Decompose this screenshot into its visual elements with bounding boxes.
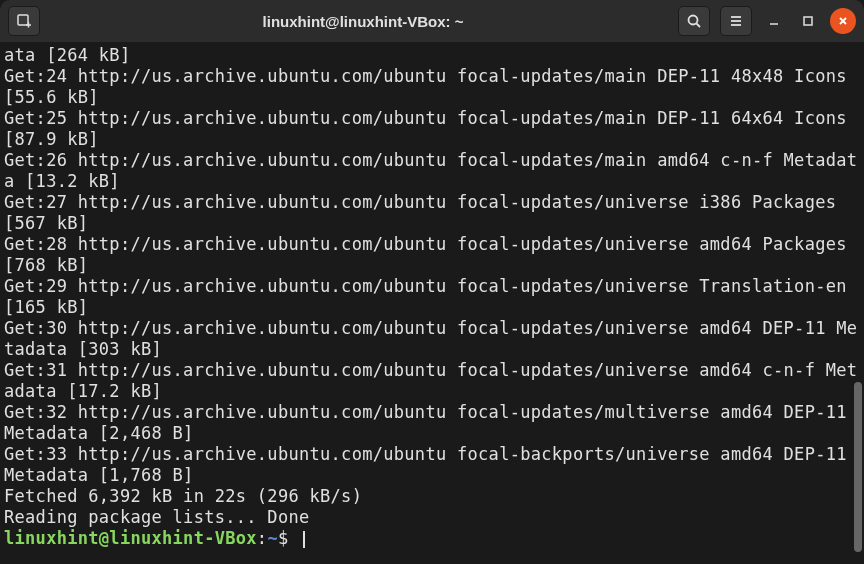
prompt-line: linuxhint@linuxhint-VBox:~$ xyxy=(4,528,860,549)
svg-rect-0 xyxy=(18,15,28,25)
terminal-line: Get:25 http://us.archive.ubuntu.com/ubun… xyxy=(4,108,860,150)
scrollbar-thumb[interactable] xyxy=(854,382,862,552)
svg-point-3 xyxy=(689,16,698,25)
minimize-icon xyxy=(768,15,780,27)
close-button[interactable] xyxy=(830,8,856,34)
maximize-button[interactable] xyxy=(796,9,820,33)
search-icon xyxy=(686,13,702,29)
terminal-line: Get:28 http://us.archive.ubuntu.com/ubun… xyxy=(4,234,860,276)
new-tab-icon xyxy=(16,13,32,29)
new-tab-button[interactable] xyxy=(8,6,40,36)
cursor xyxy=(303,531,305,548)
terminal-line: Get:33 http://us.archive.ubuntu.com/ubun… xyxy=(4,444,860,486)
titlebar: linuxhint@linuxhint-VBox: ~ xyxy=(0,0,864,42)
terminal-line: Get:26 http://us.archive.ubuntu.com/ubun… xyxy=(4,150,860,192)
menu-button[interactable] xyxy=(720,6,752,36)
hamburger-icon xyxy=(728,13,744,29)
prompt-symbol: $ xyxy=(278,528,299,548)
terminal-line: Reading package lists... Done xyxy=(4,507,860,528)
terminal-line: Get:32 http://us.archive.ubuntu.com/ubun… xyxy=(4,402,860,444)
search-button[interactable] xyxy=(678,6,710,36)
terminal-line: ata [264 kB] xyxy=(4,45,860,66)
terminal-output[interactable]: ata [264 kB]Get:24 http://us.archive.ubu… xyxy=(0,42,864,564)
prompt-user-host: linuxhint@linuxhint-VBox xyxy=(4,528,257,548)
window-title: linuxhint@linuxhint-VBox: ~ xyxy=(48,13,678,30)
terminal-line: Get:24 http://us.archive.ubuntu.com/ubun… xyxy=(4,66,860,108)
terminal-line: Fetched 6,392 kB in 22s (296 kB/s) xyxy=(4,486,860,507)
maximize-icon xyxy=(802,15,814,27)
close-icon xyxy=(837,15,849,27)
scrollbar[interactable] xyxy=(854,42,862,552)
prompt-separator: : xyxy=(257,528,268,548)
svg-rect-9 xyxy=(804,17,812,25)
prompt-path: ~ xyxy=(267,528,278,548)
terminal-line: Get:31 http://us.archive.ubuntu.com/ubun… xyxy=(4,360,860,402)
terminal-line: Get:27 http://us.archive.ubuntu.com/ubun… xyxy=(4,192,860,234)
minimize-button[interactable] xyxy=(762,9,786,33)
terminal-line: Get:30 http://us.archive.ubuntu.com/ubun… xyxy=(4,318,860,360)
svg-line-4 xyxy=(697,24,701,28)
terminal-line: Get:29 http://us.archive.ubuntu.com/ubun… xyxy=(4,276,860,318)
